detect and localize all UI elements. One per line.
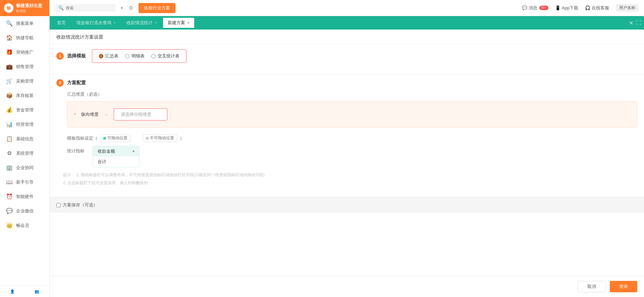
industry-btn[interactable]: 体验行业方案	[139, 3, 175, 13]
sidebar-item-search-menu[interactable]: 🔍 搜索菜单	[0, 16, 49, 31]
message-badge: 99+	[539, 6, 548, 10]
tab-bank-flow-label: 现金银行流水查询	[76, 20, 111, 26]
finance-icon: 💰	[6, 107, 13, 113]
sidebar-item-newbie[interactable]: 📖 新手引导	[0, 175, 49, 189]
save-checkbox-label[interactable]: 方案保存（可选）	[56, 202, 98, 208]
member-icon: 👑	[6, 222, 13, 229]
enterprise-icon: 🏢	[6, 164, 13, 171]
cancel-button[interactable]: 取消	[578, 281, 606, 292]
save-checkbox-input[interactable]	[56, 203, 61, 207]
sidebar-item-weixin[interactable]: 💬 企业微信	[0, 204, 49, 218]
sidebar-item-quick-nav[interactable]: 🏠 快捷导航	[0, 31, 49, 45]
main-area: 🔍 ▾ ⚙ 体验行业方案 💬 消息 99+ 📱 App下载 🎧 在线客服 用户名…	[50, 0, 644, 297]
sidebar-item-label: 销售管理	[16, 64, 34, 70]
radio-detail-input[interactable]	[125, 54, 129, 58]
stat-table-header-row[interactable]: 收款金额 ▾	[93, 146, 139, 156]
tabbar: 首页 现金银行流水查询 × 收款情况统计 × 新建方案 × ✕ ⛶	[50, 16, 644, 30]
step2-label: 2 方案配置	[56, 79, 637, 87]
tips-line1: 提示： 1. 拖动标题栏可以调整布局，不可跨维度或指标区域拖动栏目字段(只能在同…	[63, 171, 631, 179]
sidebar-item-finance[interactable]: 💰 资金管理	[0, 103, 49, 117]
sidebar-item-enterprise[interactable]: 🏢 企业协同	[0, 160, 49, 175]
step1-label: 1 选择模板 汇总表 明细表	[56, 49, 637, 63]
logo-badge: 标准版	[16, 9, 42, 13]
sales-icon: 💼	[6, 63, 13, 70]
dimension-row: * 纵向维度 → 请选择分组维度	[74, 108, 630, 120]
search-input[interactable]	[66, 6, 106, 10]
sidebar-item-purchase[interactable]: 🛒 采购管理	[0, 74, 49, 88]
query-button[interactable]: 查询	[610, 281, 637, 292]
logo-icon: 畅	[4, 3, 13, 13]
indicator-label-row: 模板指标设定（ 可拖动位置 不可拖动位置 ）	[67, 134, 637, 142]
separator-text	[135, 135, 139, 141]
dimension-section-label: 汇总维度（必选）	[67, 91, 637, 97]
tabbar-controls: ✕ ⛶	[629, 20, 641, 26]
app-download-icon: 📱	[555, 5, 560, 10]
dimension-select[interactable]: 请选择分组维度	[114, 108, 167, 120]
radio-summary-input[interactable]	[99, 54, 103, 58]
sidebar-item-label: 经营管理	[16, 121, 34, 128]
page-header: 收款情况统计方案设置	[50, 30, 644, 44]
radio-cross-input[interactable]	[151, 54, 156, 58]
tab-collection-stats[interactable]: 收款情况统计 ×	[122, 18, 162, 28]
dimension-area: * 纵向维度 → 请选择分组维度	[67, 101, 637, 128]
tips-section: 提示： 1. 拖动标题栏可以调整布局，不可跨维度或指标区域拖动栏目字段(只能在同…	[56, 167, 637, 190]
tab-new-plan-close[interactable]: ×	[187, 20, 190, 25]
sidebar-item-inventory[interactable]: 📦 库存核算	[0, 88, 49, 103]
indicator-settings: 模板指标设定（ 可拖动位置 不可拖动位置 ）	[67, 134, 637, 167]
bottom-icon2: 👥	[35, 289, 39, 294]
tab-new-plan[interactable]: 新建方案 ×	[163, 18, 194, 28]
topbar: 🔍 ▾ ⚙ 体验行业方案 💬 消息 99+ 📱 App下载 🎧 在线客服 用户名…	[50, 0, 644, 16]
online-service-icon: 🎧	[585, 5, 590, 10]
logo-title: 畅捷通好生意	[16, 3, 42, 9]
sidebar-item-operation[interactable]: 📊 经营管理	[0, 117, 49, 132]
tab-close-all-icon[interactable]: ✕	[629, 20, 633, 26]
stat-col-dropdown-icon[interactable]: ▾	[132, 149, 135, 154]
message-item[interactable]: 💬 消息 99+	[522, 5, 548, 11]
topbar-search-box[interactable]: 🔍	[55, 4, 115, 12]
message-icon: 💬	[522, 5, 527, 10]
system-icon: ⚙	[6, 150, 13, 156]
app-download-item[interactable]: 📱 App下载	[555, 5, 578, 11]
tab-collection-stats-close[interactable]: ×	[155, 20, 157, 25]
online-service-label: 在线客服	[592, 5, 609, 11]
nodrag-dot	[146, 137, 149, 140]
page-title: 收款情况统计方案设置	[56, 34, 103, 40]
sidebar-bottom-item1[interactable]: 👤	[10, 289, 15, 294]
purchase-icon: 🛒	[6, 78, 13, 84]
page-inner: 收款情况统计方案设置 1 选择模板 汇总表	[50, 30, 644, 276]
sidebar-item-label: 搜索菜单	[16, 20, 34, 27]
radio-cross[interactable]: 交叉统计表	[151, 53, 179, 59]
tab-collection-stats-label: 收款情况统计	[126, 20, 153, 26]
required-star: *	[74, 112, 76, 117]
sidebar-item-label: 库存核算	[16, 93, 34, 99]
sidebar-item-label: 系统管理	[16, 150, 34, 156]
sidebar-item-system[interactable]: ⚙ 系统管理	[0, 146, 49, 160]
sidebar-item-marketing[interactable]: 🎁 营销推广	[0, 45, 49, 59]
topbar-dropdown-icon[interactable]: ▾	[121, 5, 123, 10]
dimension-config: 汇总维度（必选） * 纵向维度 → 请选择分组维度	[67, 91, 637, 167]
user-avatar[interactable]: 用户名称	[616, 4, 639, 12]
sidebar-item-basic-info[interactable]: 📋 基础信息	[0, 132, 49, 146]
sidebar: 畅 畅捷通好生意 标准版 🔍 搜索菜单 🏠 快捷导航 🎁 营销推广 💼 销售管理…	[0, 0, 50, 297]
sidebar-item-member[interactable]: 👑 畅会员	[0, 218, 49, 233]
message-label: 消息	[529, 5, 537, 11]
tab-expand-icon[interactable]: ⛶	[636, 20, 641, 26]
basic-info-icon: 📋	[6, 136, 13, 142]
sidebar-item-label: 资金管理	[16, 107, 34, 113]
tab-bank-flow-close[interactable]: ×	[113, 20, 116, 25]
step2-section: 2 方案配置 汇总维度（必选） * 纵向维度 → 请选择分组维度	[50, 76, 644, 197]
radio-detail[interactable]: 明细表	[125, 53, 145, 59]
tab-bank-flow[interactable]: 现金银行流水查询 ×	[72, 18, 120, 28]
step1-title: 选择模板	[67, 53, 86, 59]
tab-home[interactable]: 首页	[52, 18, 70, 28]
sidebar-item-sales[interactable]: 💼 销售管理	[0, 59, 49, 74]
indicator-settings-text: 模板指标设定（	[67, 135, 98, 141]
radio-summary[interactable]: 汇总表	[99, 53, 118, 59]
sidebar-bottom-item2[interactable]: 👥	[35, 289, 39, 294]
tab-home-label: 首页	[57, 20, 66, 26]
online-service-item[interactable]: 🎧 在线客服	[585, 5, 609, 11]
page-footer: 方案保存（可选）	[50, 197, 644, 213]
sidebar-item-smart-hw[interactable]: ⏰ 智能硬件	[0, 189, 49, 204]
weixin-icon: 💬	[6, 208, 13, 214]
settings-icon[interactable]: ⚙	[128, 5, 133, 11]
